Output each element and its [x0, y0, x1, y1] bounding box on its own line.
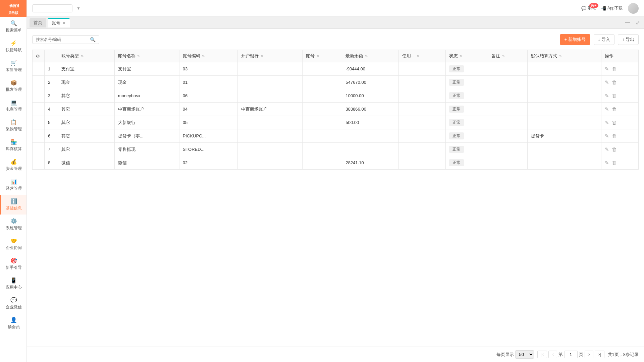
next-page-button[interactable]: > — [585, 351, 593, 358]
message-button[interactable]: 💬 消息 99+ — [581, 5, 596, 11]
sidebar-item-shortcuts[interactable]: ⚡ 快捷导航 — [0, 37, 26, 56]
col-account[interactable]: 账号 ⇅ — [303, 50, 342, 62]
tab-minimize-icon[interactable]: — — [624, 19, 632, 26]
row-balance: -90444.00 — [342, 62, 399, 76]
table-row: 3 其它 moneybosx 06 10000.00 正常 ✎ 🗑 — [33, 89, 639, 103]
row-gear — [33, 103, 45, 116]
edit-icon[interactable]: ✎ — [605, 79, 609, 85]
sidebar-item-guide[interactable]: 🎯 新手引导 — [0, 254, 26, 274]
delete-icon[interactable]: 🗑 — [612, 106, 617, 112]
sidebar-item-agreement[interactable]: 🤝 企业协同 — [0, 234, 26, 254]
sidebar-item-appcenter[interactable]: 📱 应用中心 — [0, 274, 26, 294]
col-status[interactable]: 状态 ⇅ — [445, 50, 488, 62]
sidebar-item-member[interactable]: 👤 畅会员 — [0, 313, 26, 333]
col-usage[interactable]: 使用... ⇅ — [399, 50, 445, 62]
row-settlement — [528, 103, 601, 116]
account-search-box[interactable]: 🔍 — [32, 35, 99, 44]
sidebar-item-system[interactable]: ⚙️ 系统管理 — [0, 215, 26, 234]
page-number-input[interactable] — [564, 351, 578, 358]
sidebar-item-search[interactable]: 🔍 搜索菜单 — [0, 17, 26, 37]
status-badge: 正常 — [449, 119, 464, 126]
delete-icon[interactable]: 🗑 — [612, 93, 617, 99]
edit-icon[interactable]: ✎ — [605, 93, 609, 99]
table-row: 8 微信 微信 02 28241.10 正常 ✎ 🗑 — [33, 156, 639, 170]
export-button[interactable]: ↑ 导出 — [618, 34, 639, 45]
operations-icon: 📊 — [10, 178, 17, 185]
sidebar-item-label: 库存核算 — [6, 146, 22, 152]
import-button[interactable]: ↓ 导入 — [594, 34, 614, 45]
edit-icon[interactable]: ✎ — [605, 66, 609, 72]
row-bank — [238, 156, 303, 170]
col-bank-label: 开户银行 — [241, 53, 259, 58]
row-actions: ✎ 🗑 — [601, 143, 638, 156]
row-no: 1 — [45, 62, 58, 76]
row-settlement — [528, 89, 601, 103]
col-gear[interactable]: ⚙ — [33, 50, 45, 62]
shortcuts-icon: ⚡ — [10, 40, 17, 46]
row-usage — [399, 103, 445, 116]
col-default-settlement[interactable]: 默认结算方式 ⇅ — [528, 50, 601, 62]
tab-account[interactable]: 账号 ✕ — [48, 18, 70, 27]
delete-icon[interactable]: 🗑 — [612, 79, 617, 85]
accounts-table: ⚙ 账号类型 ⇅ 账号名称 ⇅ 账号编码 ⇅ 开户银行 — [32, 50, 639, 170]
row-type: 其它 — [58, 143, 115, 156]
delete-icon[interactable]: 🗑 — [612, 146, 617, 153]
status-badge: 正常 — [449, 106, 464, 113]
row-balance: 547670.00 — [342, 76, 399, 89]
user-avatar[interactable] — [628, 3, 639, 14]
tab-home[interactable]: 首页 — [30, 18, 46, 27]
edit-icon[interactable]: ✎ — [605, 160, 609, 166]
row-usage — [399, 116, 445, 129]
page-size-select[interactable]: 50 100 200 — [515, 350, 534, 359]
delete-icon[interactable]: 🗑 — [612, 66, 617, 72]
col-balance[interactable]: 最新余额 ⇅ — [342, 50, 399, 62]
col-code[interactable]: 账号编码 ⇅ — [179, 50, 238, 62]
app-download-button[interactable]: 📲 App下载 — [601, 5, 623, 11]
page-size-selector[interactable]: 每页显示 50 100 200 — [496, 350, 534, 359]
sidebar-item-finance[interactable]: 💰 资金管理 — [0, 155, 26, 175]
tab-expand-icon[interactable]: ⤢ — [634, 19, 641, 26]
sidebar-item-purchase[interactable]: 📋 采购管理 — [0, 116, 26, 135]
edit-icon[interactable]: ✎ — [605, 120, 609, 126]
agreement-icon: 🤝 — [10, 238, 17, 244]
row-gear — [33, 76, 45, 89]
sidebar-item-inventory[interactable]: 🏪 库存核算 — [0, 135, 26, 155]
row-type: 微信 — [58, 156, 115, 170]
col-type[interactable]: 账号类型 ⇅ — [58, 50, 115, 62]
last-page-button[interactable]: >| — [595, 351, 604, 358]
topbar-search-input[interactable] — [32, 4, 72, 12]
page-word: 第 — [558, 352, 563, 358]
row-name: 微信 — [114, 156, 179, 170]
edit-icon[interactable]: ✎ — [605, 146, 609, 153]
add-account-button[interactable]: + 新增账号 — [560, 34, 590, 45]
sidebar-item-basic[interactable]: ℹ️ 基础信息 — [0, 195, 26, 215]
delete-icon[interactable]: 🗑 — [612, 120, 617, 126]
sidebar-item-label: 电商管理 — [6, 107, 22, 112]
sidebar-item-ecommerce[interactable]: 💻 电商管理 — [0, 96, 26, 116]
account-search-input[interactable] — [36, 37, 88, 42]
col-remark[interactable]: 备注 ⇅ — [488, 50, 528, 62]
delete-icon[interactable]: 🗑 — [612, 133, 617, 139]
sidebar-item-corpwechat[interactable]: 💬 企业微信 — [0, 294, 26, 313]
sidebar-item-wholesale[interactable]: 📦 批发管理 — [0, 76, 26, 96]
prev-page-button[interactable]: < — [548, 351, 557, 358]
col-name[interactable]: 账号名称 ⇅ — [114, 50, 179, 62]
row-name: 大新银行 — [114, 116, 179, 129]
message-badge: 99+ — [589, 3, 598, 8]
edit-icon[interactable]: ✎ — [605, 133, 609, 139]
tab-close-icon[interactable]: ✕ — [62, 21, 66, 25]
sidebar-item-retail[interactable]: 🛒 零售管理 — [0, 56, 26, 76]
topbar-dropdown-arrow[interactable]: ▼ — [76, 6, 80, 11]
row-bank — [238, 62, 303, 76]
row-account — [303, 129, 342, 143]
row-type: 其它 — [58, 103, 115, 116]
col-bank[interactable]: 开户银行 ⇅ — [238, 50, 303, 62]
sidebar-item-operations[interactable]: 📊 经营管理 — [0, 175, 26, 195]
page-label: 页 — [579, 352, 583, 358]
edit-icon[interactable]: ✎ — [605, 106, 609, 112]
delete-icon[interactable]: 🗑 — [612, 160, 617, 166]
first-page-button[interactable]: |< — [537, 351, 547, 358]
row-code: 03 — [179, 62, 238, 76]
guide-icon: 🎯 — [10, 257, 17, 264]
row-code: PICKUPC... — [179, 129, 238, 143]
